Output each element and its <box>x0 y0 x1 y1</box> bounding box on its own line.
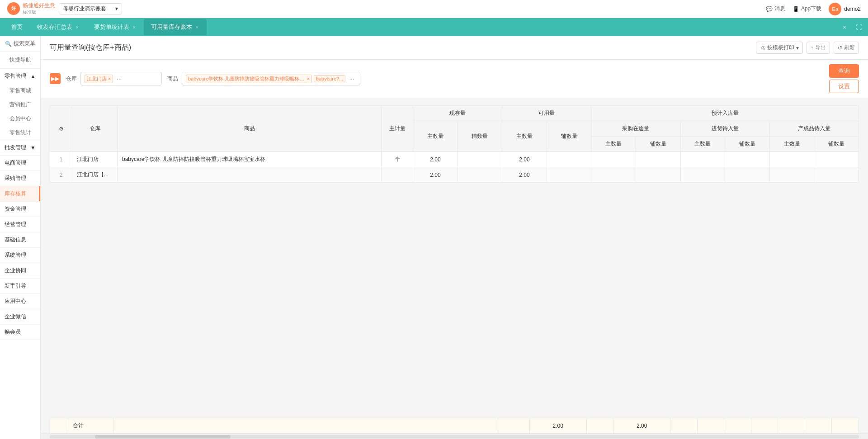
scrollbar-thumb[interactable] <box>95 435 231 439</box>
export-button[interactable]: ↑ 导出 <box>807 42 830 54</box>
row-avail-main-1: 2.00 <box>502 152 547 167</box>
tab-home-label: 首页 <box>11 23 23 31</box>
subtotal-current-sub <box>458 167 502 183</box>
retail-section-label: 零售管理 <box>5 72 26 80</box>
sidebar-section-retail-header[interactable]: 零售管理 ▲ <box>0 69 40 84</box>
sidebar-item-quick-nav[interactable]: 快捷导航 <box>0 53 40 66</box>
sidebar-section-basic-header[interactable]: 基础信息 <box>0 232 40 247</box>
product-filter-input[interactable]: babycare学饮杯 儿童防摔防撞吸管杯重力球吸嘴杯宝宝水杯 × babyca… <box>182 72 360 85</box>
app-download-button[interactable]: 📱 App下载 <box>793 5 821 13</box>
row-purch-main-1 <box>591 152 636 167</box>
subtotal-avail-main: 2.00 <box>502 167 547 183</box>
sidebar-section-member: 畅会员 <box>0 325 40 340</box>
sidebar-section-enterprise-header[interactable]: 企业协同 <box>0 263 40 278</box>
tab-order-stats-label: 要货单统计表 <box>94 23 129 31</box>
subtotal-warehouse: 江北门店【... <box>72 167 118 183</box>
warehouse-filter-more[interactable]: ··· <box>115 75 124 82</box>
product-filter-more[interactable]: ··· <box>347 75 356 82</box>
sidebar-section-newuser: 新手引导 <box>0 279 40 294</box>
total-purch-sub <box>724 418 751 434</box>
username-label: demo2 <box>844 6 861 12</box>
filter-area: ▶▶ 仓库 江北门店 × ··· 商品 babycare学饮杯 儿童防摔防撞吸管… <box>41 60 868 98</box>
tab-order-stats-close[interactable]: × <box>132 24 137 31</box>
tab-order-stats[interactable]: 要货单统计表 × <box>87 19 144 35</box>
row-inc-main-1 <box>680 152 725 167</box>
industry-select[interactable]: 母婴行业演示账套 ▾ <box>59 3 122 14</box>
chevron-down-icon: ▾ <box>115 5 118 12</box>
tab-home[interactable]: 首页 <box>4 19 30 35</box>
total-current-sub <box>586 418 613 434</box>
warehouse-tag-1: 江北门店 × <box>85 75 113 83</box>
total-label: 合计 <box>68 418 113 434</box>
finance-section-label: 资金管理 <box>5 205 26 213</box>
sidebar-search[interactable]: 🔍 搜索菜单 <box>0 36 40 52</box>
message-button[interactable]: 💬 消息 <box>766 5 785 13</box>
sidebar-section-purchase-header[interactable]: 采购管理 <box>0 171 40 186</box>
nav-expand-button[interactable]: ⛶ <box>854 22 864 33</box>
export-label: 导出 <box>815 44 826 52</box>
content-area: 可用量查询(按仓库+商品) 🖨 按模板打印 ▾ ↑ 导出 ↺ 刷新 ▶▶ <box>41 36 868 439</box>
sidebar-section-wholesale: 批发管理 ▼ <box>0 140 40 156</box>
query-button[interactable]: 查询 <box>829 64 859 78</box>
sidebar-item-retail-mall[interactable]: 零售商城 <box>0 84 40 98</box>
tab-receipt-summary[interactable]: 收发存汇总表 × <box>30 19 87 35</box>
filter-toggle-button[interactable]: ▶▶ <box>50 73 61 84</box>
th-settings[interactable]: ⚙ <box>50 106 72 152</box>
purchase-section-label: 采购管理 <box>5 175 26 182</box>
sidebar-section-operations-header[interactable]: 经营管理 <box>0 217 40 232</box>
sidebar-section-wechat: 企业微信 <box>0 309 40 325</box>
product-tag-1-close[interactable]: × <box>307 76 310 81</box>
th-available: 可用量 <box>502 106 591 121</box>
sidebar-section-inventory-header[interactable]: 库存核算 <box>0 186 40 201</box>
row-unit-1: 个 <box>382 152 413 167</box>
th-avail-sub: 辅数量 <box>547 121 591 152</box>
sidebar-section-wechat-header[interactable]: 企业微信 <box>0 309 40 324</box>
filter-right-actions: 查询 设置 <box>829 64 859 93</box>
sidebar-section-finance-header[interactable]: 资金管理 <box>0 202 40 217</box>
page-header: 可用量查询(按仓库+商品) 🖨 按模板打印 ▾ ↑ 导出 ↺ 刷新 <box>41 36 868 60</box>
product-filter-label: 商品 <box>167 75 178 83</box>
sidebar-section-wholesale-header[interactable]: 批发管理 ▼ <box>0 140 40 155</box>
th-incoming-sub: 辅数量 <box>725 137 770 152</box>
row-product-1: babycare学饮杯 儿童防摔防撞吸管杯重力球吸嘴杯宝宝水杯 <box>118 152 382 167</box>
row-current-main-1: 2.00 <box>413 152 458 167</box>
subtotal-prod-main <box>769 167 814 183</box>
warehouse-tag-1-close[interactable]: × <box>108 76 111 81</box>
total-prod-main <box>805 418 832 434</box>
refresh-button[interactable]: ↺ 刷新 <box>834 42 859 54</box>
logo-icon: 好 <box>7 2 20 15</box>
sidebar-section-member-header[interactable]: 畅会员 <box>0 325 40 340</box>
sidebar-section-ecommerce-header[interactable]: 电商管理 <box>0 156 40 170</box>
total-row: 合计 2.00 2.00 <box>50 418 859 434</box>
tab-receipt-summary-close[interactable]: × <box>75 24 80 31</box>
logo-text-block: 畅捷通好生意 标准版 <box>23 2 55 15</box>
tab-inventory-ledger-close[interactable]: × <box>195 24 199 31</box>
warehouse-filter-input[interactable]: 江北门店 × ··· <box>80 72 162 85</box>
subtotal-inc-main <box>680 167 725 183</box>
tab-inventory-ledger[interactable]: 可用量库存账本 × <box>144 19 207 35</box>
table-container: ⚙ 仓库 商品 主计量 现存量 可用量 预计入库量 主数量 辅数量 主数量 辅数… <box>41 98 868 418</box>
th-purchased-sub: 辅数量 <box>636 137 680 152</box>
settings-button[interactable]: 设置 <box>829 80 859 93</box>
inventory-section-label: 库存核算 <box>5 190 26 198</box>
sidebar-item-members[interactable]: 会员中心 <box>0 112 40 126</box>
subtotal-current-main: 2.00 <box>413 167 458 183</box>
nav-close-button[interactable]: × <box>839 22 850 33</box>
user-area[interactable]: Ea demo2 <box>829 3 861 15</box>
sidebar-item-marketing[interactable]: 营销推广 <box>0 98 40 112</box>
sidebar-section-system-header[interactable]: 系统管理 <box>0 248 40 263</box>
ecommerce-section-label: 电商管理 <box>5 159 26 167</box>
sidebar-item-retail-stats[interactable]: 零售统计 <box>0 126 40 140</box>
marketing-label: 营销推广 <box>9 101 31 108</box>
row-num-1: 1 <box>50 152 72 167</box>
sidebar-section-appcenter-header[interactable]: 应用中心 <box>0 294 40 309</box>
app-download-label: App下载 <box>801 5 821 13</box>
tab-inventory-ledger-label: 可用量库存账本 <box>151 23 192 31</box>
top-bar-left: 好 畅捷通好生意 标准版 母婴行业演示账套 ▾ <box>7 2 122 15</box>
template-print-button[interactable]: 🖨 按模板打印 ▾ <box>756 42 803 54</box>
subtotal-prod-sub <box>814 167 859 183</box>
sidebar-section-newuser-header[interactable]: 新手引导 <box>0 279 40 293</box>
subtotal-purch-sub <box>636 167 680 183</box>
sidebar: 🔍 搜索菜单 快捷导航 零售管理 ▲ 零售商城 营销推广 会员中心 <box>0 36 41 439</box>
sidebar-section-finance: 资金管理 <box>0 202 40 217</box>
